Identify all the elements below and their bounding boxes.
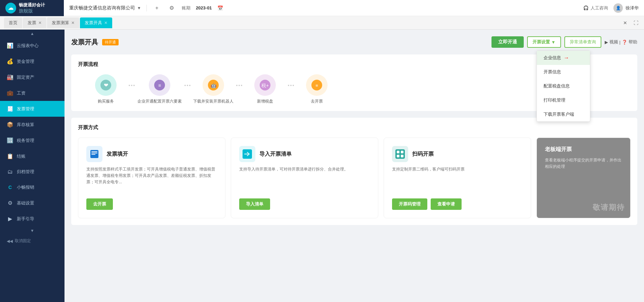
sidebar-item-jiezhang[interactable]: 📋 结账 bbox=[0, 148, 65, 164]
money-icon: 💰 bbox=[7, 58, 13, 65]
user-area[interactable]: 👤 徐泽华 bbox=[613, 3, 639, 13]
sidebar: ▲ 📊 云报表中心 💰 资金管理 🏭 固定资产 💼 工资 🧾 发票管理 📦 库存… bbox=[0, 30, 65, 302]
activate-button[interactable]: 立即开通 bbox=[491, 36, 524, 48]
user-name: 徐泽华 bbox=[626, 5, 639, 11]
method-section-title: 开票方式 bbox=[78, 124, 631, 131]
exception-button[interactable]: 异常清单查询 bbox=[564, 36, 601, 48]
sidebar-item-kucun[interactable]: 📦 库存核算 bbox=[0, 117, 65, 133]
briefcase-icon: 💼 bbox=[7, 90, 13, 96]
flow-step-1-label: 购买服务 bbox=[98, 99, 114, 104]
flow-step-1: ❤ 购买服务 bbox=[86, 74, 126, 104]
page-header: 发票开具 待开通 立即开通 开票设置 ▼ 异常清单查询 ▶ 视频 | ❓ 帮助 bbox=[71, 36, 637, 48]
method-card-scan-header: 扫码开票 bbox=[392, 146, 523, 162]
svg-text:≡: ≡ bbox=[158, 83, 161, 88]
dropdown-item-taxdisk[interactable]: 配置税盘信息 bbox=[537, 79, 590, 93]
import-title: 导入开票清单 bbox=[259, 151, 292, 158]
top-right: 🎧 人工咨询 👤 徐泽华 bbox=[583, 3, 639, 13]
sidebar-item-zijin[interactable]: 💰 资金管理 bbox=[0, 53, 65, 69]
fill-goto-button[interactable]: 去开票 bbox=[86, 198, 113, 210]
sidebar-item-zijin-label: 资金管理 bbox=[17, 59, 34, 65]
dropdown-ticket-label: 开票信息 bbox=[544, 69, 561, 75]
method-card-boss-header: 老板端开票 bbox=[545, 146, 622, 153]
sidebar-item-jichushezhi[interactable]: ⚙ 基础设置 bbox=[0, 195, 65, 211]
status-badge: 待开通 bbox=[102, 39, 119, 45]
video-label: 视频 bbox=[609, 39, 618, 45]
period-value: 2023-01 bbox=[196, 5, 212, 10]
add-company-button[interactable]: + bbox=[152, 3, 162, 13]
sidebar-scroll-down[interactable]: ▼ bbox=[0, 227, 65, 235]
dropdown-item-download[interactable]: 下载开票客户端 bbox=[537, 107, 590, 121]
sidebar-item-xinshou[interactable]: ▶ 新手引导 bbox=[0, 211, 65, 227]
avatar: 👤 bbox=[613, 3, 623, 13]
sidebar-item-fapiao[interactable]: 🧾 发票管理 bbox=[0, 101, 65, 117]
sidebar-unpin-button[interactable]: ◀◀ 取消固定 bbox=[0, 235, 65, 247]
tab-bar: 首页 发票 ✕ 发票测算 ✕ 发票开具 ✕ ✕ ⛶ bbox=[0, 16, 644, 30]
svg-rect-11 bbox=[91, 151, 97, 152]
scan-view-button[interactable]: 查看申请 bbox=[431, 198, 462, 210]
tab-invoice-open-close[interactable]: ✕ bbox=[104, 21, 108, 25]
dropdown-item-printer[interactable]: 打印机管理 bbox=[537, 93, 590, 107]
calendar-icon[interactable]: 📅 bbox=[217, 5, 223, 11]
scan-title: 扫码开票 bbox=[412, 151, 434, 158]
settings-dropdown-button[interactable]: 开票设置 ▼ bbox=[527, 36, 561, 48]
dropdown-item-ticket[interactable]: 开票信息 bbox=[537, 65, 590, 79]
tab-invoice-open-label: 发票开具 bbox=[85, 20, 102, 26]
dropdown-item-company[interactable]: 企业信息 → bbox=[537, 51, 590, 65]
page-title: 发票开具 bbox=[71, 38, 98, 47]
svg-rect-19 bbox=[401, 155, 403, 157]
tab-close-button[interactable]: ✕ bbox=[621, 19, 629, 27]
scan-buttons: 开票码管理 查看申请 bbox=[392, 198, 523, 210]
tab-expand-button[interactable]: ⛶ bbox=[632, 19, 640, 27]
consult-button[interactable]: 🎧 人工咨询 bbox=[583, 5, 608, 11]
dropdown-taxdisk-label: 配置税盘信息 bbox=[544, 83, 570, 89]
top-divider bbox=[146, 5, 147, 11]
tab-invoice-calc-close[interactable]: ✕ bbox=[71, 21, 75, 25]
tab-invoice-close[interactable]: ✕ bbox=[38, 21, 42, 25]
tab-invoice[interactable]: 发票 ✕ bbox=[23, 17, 46, 28]
scan-desc: 支持定制开票二维码，客户端可扫码开票 bbox=[392, 166, 523, 193]
invoice-icon: 🧾 bbox=[7, 106, 13, 112]
svg-rect-15 bbox=[395, 149, 405, 159]
scan-icon bbox=[392, 146, 408, 162]
tab-home[interactable]: 首页 bbox=[4, 17, 22, 28]
svg-rect-13 bbox=[91, 154, 95, 155]
dropdown-company-label: 企业信息 bbox=[544, 55, 561, 61]
svg-text:税+: 税+ bbox=[261, 83, 269, 88]
flow-step-4: 税+ 新增税盘 bbox=[245, 74, 285, 104]
period-label: 账期 bbox=[182, 5, 190, 11]
settings-label: 开票设置 bbox=[532, 39, 550, 45]
company-selector[interactable]: 重庆畅捷交通信息咨询有限公司 ▼ bbox=[69, 5, 141, 11]
method-card-scan: 扫码开票 支持定制开票二维码，客户端可扫码开票 开票码管理 查看申请 bbox=[384, 138, 531, 218]
sidebar-scroll-up[interactable]: ▲ bbox=[0, 30, 65, 38]
boss-desc: 查看老板端小程序提交的开票申请，并作出相应的处理 bbox=[545, 157, 622, 184]
flow-step-5-icon: ≡ bbox=[306, 74, 328, 96]
scan-code-button[interactable]: 开票码管理 bbox=[392, 198, 427, 210]
pipe-divider: | bbox=[619, 40, 620, 45]
main-layout: ▲ 📊 云报表中心 💰 资金管理 🏭 固定资产 💼 工资 🧾 发票管理 📦 库存… bbox=[0, 30, 644, 302]
sidebar-item-xiaochang-label: 小畅报销 bbox=[17, 184, 34, 190]
method-card-boss: 老板端开票 查看老板端小程序提交的开票申请，并作出相应的处理 敬请期待 bbox=[536, 138, 631, 218]
flow-step-4-icon: 税+ bbox=[254, 74, 276, 96]
svg-rect-16 bbox=[397, 151, 399, 153]
sidebar-item-jiezhang-label: 结账 bbox=[17, 153, 26, 159]
svg-text:🤖: 🤖 bbox=[211, 83, 217, 88]
sidebar-item-guidang-label: 归档管理 bbox=[17, 169, 34, 175]
sidebar-item-gongzi[interactable]: 💼 工资 bbox=[0, 85, 65, 101]
tab-invoice-open[interactable]: 发票开具 ✕ bbox=[80, 17, 112, 28]
svg-rect-12 bbox=[91, 153, 97, 153]
sidebar-item-yunbao-label: 云报表中心 bbox=[17, 43, 39, 49]
consult-label: 人工咨询 bbox=[591, 5, 608, 11]
sidebar-item-xiaochang[interactable]: C 小畅报销 bbox=[0, 180, 65, 195]
settings-icon[interactable]: ⚙ bbox=[167, 3, 176, 13]
import-button[interactable]: 导入清单 bbox=[239, 198, 270, 210]
tab-invoice-calc[interactable]: 发票测算 ✕ bbox=[47, 17, 79, 28]
sidebar-item-shuiwu[interactable]: 🔢 税务管理 bbox=[0, 133, 65, 148]
flow-step-2-label: 企业开通配置开票六要素 bbox=[137, 99, 182, 104]
sidebar-item-guidang[interactable]: 🗂 归档管理 bbox=[0, 164, 65, 180]
content-area: 发票开具 待开通 立即开通 开票设置 ▼ 异常清单查询 ▶ 视频 | ❓ 帮助 bbox=[65, 30, 644, 302]
video-help-button[interactable]: ▶ 视频 | ❓ 帮助 bbox=[605, 39, 637, 45]
sidebar-item-gudingzichan[interactable]: 🏭 固定资产 bbox=[0, 69, 65, 85]
sidebar-item-yunbao[interactable]: 📊 云报表中心 bbox=[0, 38, 65, 53]
dropdown-printer-label: 打印机管理 bbox=[544, 97, 565, 103]
method-card-import-header: 导入开票清单 bbox=[239, 146, 370, 162]
